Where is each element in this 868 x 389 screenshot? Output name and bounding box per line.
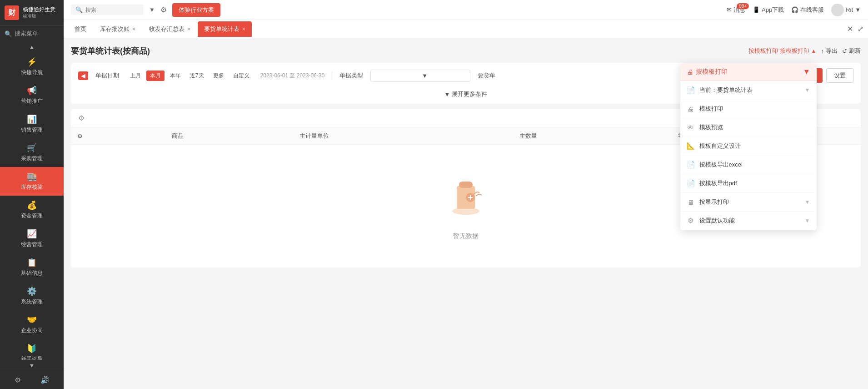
- export-pdf-icon: 📄: [687, 179, 695, 187]
- sidebar-search-item[interactable]: 🔍 搜索菜单: [0, 26, 64, 41]
- topbar-dropdown-icon[interactable]: ▼: [149, 6, 155, 13]
- tab-order-stats-close[interactable]: ×: [242, 26, 245, 32]
- app-download-action[interactable]: 📱 App下载: [753, 6, 784, 14]
- sidebar-item-inventory[interactable]: 🏬 库存核算: [0, 167, 64, 196]
- dropdown-close-icon[interactable]: ▼: [803, 68, 810, 76]
- date-btn-current-year[interactable]: 本年: [166, 71, 185, 81]
- sidebar-item-sales[interactable]: 📊 销售管理: [0, 110, 64, 138]
- sidebar-item-guide[interactable]: 🔰 新手引导: [0, 339, 64, 360]
- display-print-arrow: ▼: [805, 199, 810, 205]
- current-template-label: 当前：要货单统计表: [699, 86, 800, 94]
- topbar-search-box[interactable]: 🔍: [71, 5, 144, 15]
- dropdown-template-design[interactable]: 📐 模板自定义设计: [680, 137, 817, 156]
- export-excel-icon: 📄: [687, 161, 695, 169]
- current-template-arrow: ▼: [805, 87, 810, 93]
- sidebar-item-quick-nav[interactable]: ⚡ 快捷导航: [0, 52, 64, 81]
- tab-order-stats[interactable]: 要货单统计表 ×: [198, 21, 252, 37]
- template-preview-label: 模板预览: [699, 123, 810, 131]
- operation-icon: 📈: [27, 229, 37, 239]
- dropdown-display-print[interactable]: 🖥 按显示打印 ▼: [680, 193, 817, 212]
- user-avatar[interactable]: Rit ▼: [831, 4, 861, 16]
- refresh-label: 刷新: [849, 47, 861, 55]
- sidebar-item-label: 快捷导航: [21, 69, 43, 76]
- expand-more-icon: ▼: [444, 91, 450, 98]
- sidebar-scroll-up[interactable]: ▲: [0, 41, 64, 52]
- online-service-label: 在线客服: [800, 6, 824, 14]
- message-action[interactable]: ✉ 消息 99+: [727, 6, 745, 14]
- display-print-label: 按显示打印: [699, 198, 800, 206]
- type-selector[interactable]: ▼: [370, 70, 470, 82]
- export-excel-label: 按模板导出excel: [699, 161, 810, 169]
- date-btn-more[interactable]: 更多: [210, 71, 228, 81]
- template-print-label: 模板打印: [699, 105, 810, 113]
- table-settings-icon[interactable]: ⚙: [78, 114, 85, 122]
- dropdown-export-excel[interactable]: 📄 按模板导出excel: [680, 156, 817, 174]
- expand-more-btn[interactable]: ▼ 展开更多条件: [444, 90, 488, 98]
- logo-text-block: 畅捷通好生意 标准版: [23, 6, 55, 20]
- tab-home[interactable]: 首页: [68, 21, 93, 37]
- dropdown-default-func[interactable]: ⚙ 设置默认功能 ▼: [680, 212, 817, 230]
- page-title: 要货单统计表(按商品): [71, 45, 150, 56]
- date-btn-custom[interactable]: 自定义: [229, 71, 253, 81]
- sidebar-item-label: 企业协同: [21, 327, 43, 334]
- sidebar-nav: ⚡ 快捷导航 📢 营销推广 📊 销售管理 🛒 采购管理 🏬 库存核算 💰 资金管…: [0, 52, 64, 360]
- sidebar-item-corp[interactable]: 🤝 企业协同: [0, 310, 64, 339]
- quick-nav-icon: ⚡: [27, 57, 37, 67]
- col-unit: 主计量单位: [293, 127, 513, 145]
- default-func-arrow: ▼: [805, 217, 810, 224]
- page-header: 要货单统计表(按商品) 按模板打印 按模板打印 ▲ 🖨 按模板打印: [71, 45, 861, 56]
- date-btn-last-7-days[interactable]: 近7天: [186, 71, 208, 81]
- filter-divider: [332, 71, 332, 80]
- sidebar-item-operation[interactable]: 📈 经营管理: [0, 224, 64, 253]
- printer-header-icon: 🖨: [687, 68, 693, 76]
- window-maximize-icon[interactable]: ⤢: [858, 25, 863, 33]
- print-btn[interactable]: 按模板打印: [748, 47, 778, 55]
- topbar-settings-icon[interactable]: ⚙: [160, 5, 167, 14]
- print-btn-label[interactable]: 按模板打印: [780, 47, 809, 55]
- tab-order-stats-label: 要货单统计表: [204, 25, 239, 33]
- tab-batch-account[interactable]: 库存批次账 ×: [94, 21, 142, 37]
- trial-btn[interactable]: 体验行业方案: [172, 3, 220, 17]
- sidebar-item-basic[interactable]: 📋 基础信息: [0, 253, 64, 282]
- date-buttons: 上月 本月 本年 近7天 更多 自定义: [126, 71, 253, 81]
- sound-bottom-icon[interactable]: 🔊: [40, 376, 50, 384]
- tab-collection-summary-close[interactable]: ×: [187, 26, 190, 32]
- date-btn-prev-month[interactable]: 上月: [126, 71, 145, 81]
- settings-btn[interactable]: 设置: [826, 68, 853, 83]
- online-service-action[interactable]: 🎧 在线客服: [791, 6, 824, 14]
- refresh-icon: ↺: [842, 48, 847, 55]
- dropdown-template-preview[interactable]: 👁 模板预览: [680, 118, 817, 137]
- topbar-search-icon: 🔍: [75, 6, 83, 13]
- dropdown-template-print[interactable]: 🖨 模板打印: [680, 100, 817, 118]
- basic-icon: 📋: [27, 258, 37, 268]
- marketing-icon: 📢: [27, 86, 37, 96]
- window-close-icon[interactable]: ✕: [847, 25, 853, 33]
- tab-collection-summary[interactable]: 收发存汇总表 ×: [143, 21, 197, 37]
- sidebar-item-label: 新手引导: [21, 355, 43, 360]
- search-icon: 🔍: [5, 30, 12, 37]
- date-btn-current-month[interactable]: 本月: [146, 71, 165, 81]
- sidebar-item-label: 采购管理: [21, 155, 43, 162]
- sidebar: 财 畅捷通好生意 标准版 🔍 搜索菜单 ▲ ⚡ 快捷导航 📢 营销推广 📊 销售…: [0, 0, 64, 389]
- sidebar-item-label: 资金管理: [21, 212, 43, 220]
- sales-icon: 📊: [27, 114, 37, 124]
- corp-icon: 🤝: [27, 315, 37, 325]
- dropdown-current-item[interactable]: 📄 当前：要货单统计表 ▼: [680, 81, 817, 100]
- sidebar-item-marketing[interactable]: 📢 营销推广: [0, 81, 64, 110]
- refresh-btn[interactable]: ↺ 刷新: [842, 47, 861, 55]
- sidebar-item-label: 系统管理: [21, 298, 43, 306]
- sidebar-item-system[interactable]: ⚙️ 系统管理: [0, 282, 64, 310]
- filter-expand-left[interactable]: ◀: [78, 71, 88, 80]
- print-dropdown-arrow[interactable]: ▲: [811, 48, 817, 54]
- export-btn[interactable]: ↑ 导出: [821, 47, 838, 55]
- purchase-icon: 🛒: [27, 143, 37, 153]
- sidebar-scroll-down[interactable]: ▼: [0, 360, 64, 371]
- template-print-icon: 🖨: [687, 105, 695, 113]
- dropdown-export-pdf[interactable]: 📄 按模板导出pdf: [680, 174, 817, 193]
- topbar-search-input[interactable]: [85, 7, 131, 13]
- tab-batch-account-close[interactable]: ×: [132, 26, 135, 32]
- system-icon: ⚙️: [27, 286, 37, 296]
- settings-bottom-icon[interactable]: ⚙: [15, 376, 21, 384]
- sidebar-item-purchase[interactable]: 🛒 采购管理: [0, 138, 64, 167]
- sidebar-item-finance[interactable]: 💰 资金管理: [0, 196, 64, 224]
